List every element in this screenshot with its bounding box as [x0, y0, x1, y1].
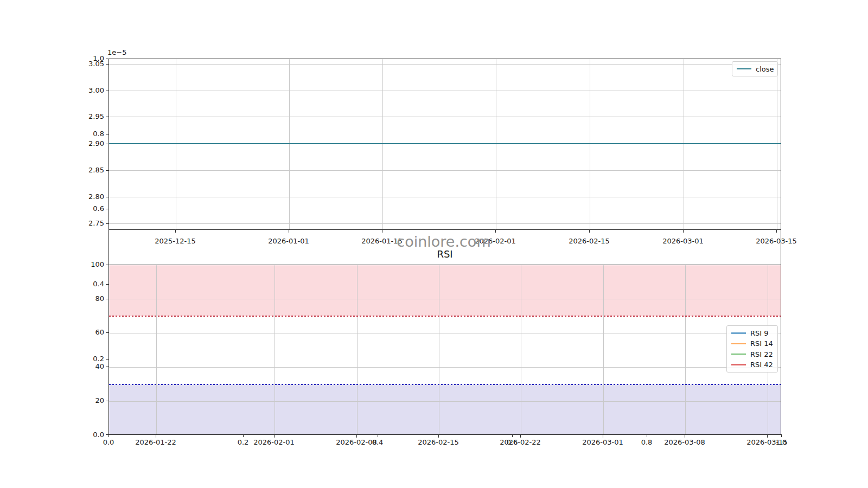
rsi-vgrid: [156, 265, 157, 434]
legend-row-rsi-42: RSI 42: [731, 359, 773, 370]
rsi42-legend-label: RSI 42: [750, 361, 773, 369]
price-y-label: 2.85: [0, 166, 104, 175]
rsi-axes: [108, 265, 781, 435]
rsi-hgrid: [109, 299, 781, 299]
price-y-label: 3.05: [0, 60, 104, 68]
rsi-oversold-band: [109, 384, 781, 434]
rsi-x-tick: [438, 435, 439, 438]
rsi-x-label: 2026-02-08: [336, 438, 377, 447]
price-y-tick: [106, 144, 108, 144]
price-vgrid: [590, 59, 590, 229]
rsi-y-label: 20: [0, 396, 104, 405]
rsi-x-label: 2026-03-08: [664, 438, 705, 447]
rsi-vgrid: [275, 265, 275, 434]
price-y-tick: [106, 64, 108, 65]
price-hgrid: [109, 197, 781, 197]
price-x-label: 2026-03-01: [662, 237, 704, 246]
price-y-tick: [106, 117, 108, 117]
rsi-title: RSI: [437, 248, 452, 260]
rsi-x-tick: [274, 435, 275, 438]
rsi-x-label: 2026-01-22: [135, 438, 176, 447]
rsi-legend: RSI 9 RSI 14 RSI 22 RSI 42: [726, 325, 778, 373]
price-vgrid: [496, 59, 496, 229]
price-x-tick: [683, 230, 684, 233]
price-x-tick: [175, 230, 176, 233]
rsi-overbought-line: [109, 316, 781, 317]
rsi-overbought-band: [109, 265, 781, 316]
price-x-label: 2026-02-15: [569, 237, 610, 246]
price-x-label: 2025-12-15: [155, 237, 196, 246]
y-axis-offset-label: 1e−5: [107, 48, 126, 57]
price-vgrid: [176, 59, 176, 229]
overlay-x-label: 0.8: [641, 438, 653, 447]
rsi9-legend-line-icon: [731, 332, 746, 334]
rsi-x-label: 2026-02-01: [253, 438, 295, 447]
price-hgrid: [109, 170, 781, 171]
rsi-y-tick: [106, 434, 108, 435]
close-legend-line-icon: [737, 68, 751, 70]
rsi-hgrid: [109, 401, 781, 402]
price-x-label: 2026-03-15: [756, 237, 797, 246]
price-x-tick: [289, 230, 289, 233]
price-hgrid: [109, 117, 781, 117]
price-y-tick: [106, 91, 108, 91]
overlay-x-label: 0.0: [103, 438, 114, 447]
overlay-y-label: 0.6: [0, 204, 104, 213]
chart-figure: 1.0 0.8 0.6 0.4 0.2 0.0 0.2 0.4 0.6 0.8 …: [0, 0, 868, 488]
rsi-oversold-line: [109, 384, 781, 385]
rsi22-legend-label: RSI 22: [750, 350, 773, 358]
price-vgrid: [289, 59, 290, 229]
price-legend: close: [732, 61, 778, 76]
rsi-y-tick: [106, 367, 108, 367]
close-legend-label: close: [756, 65, 774, 73]
rsi-x-tick: [356, 435, 357, 438]
price-hgrid: [109, 91, 781, 91]
rsi-x-tick: [156, 435, 156, 438]
price-y-label: 2.95: [0, 112, 104, 121]
rsi-vgrid: [521, 265, 521, 434]
price-hgrid: [109, 223, 781, 224]
rsi-x-tick: [603, 435, 603, 438]
price-y-label: 3.00: [0, 86, 104, 95]
price-y-tick: [106, 223, 108, 224]
legend-row-rsi-14: RSI 14: [731, 338, 773, 349]
rsi-x-tick: [520, 435, 521, 438]
rsi-y-tick: [106, 332, 108, 333]
legend-row-rsi-22: RSI 22: [731, 349, 773, 359]
rsi9-legend-label: RSI 9: [750, 329, 769, 337]
price-y-label: 2.90: [0, 139, 104, 148]
price-y-tick: [106, 197, 108, 197]
watermark: coinlore.com: [397, 233, 490, 250]
close-series-line: [109, 143, 781, 144]
rsi-x-tick: [767, 435, 768, 438]
price-y-label: 2.80: [0, 192, 104, 201]
rsi-x-label: 2026-02-22: [500, 438, 541, 447]
rsi-y-tick: [106, 401, 108, 401]
overlay-y-label: 0.4: [0, 280, 104, 288]
rsi-y-label: 0.0: [0, 431, 104, 439]
price-x-tick: [776, 230, 777, 233]
rsi14-legend-label: RSI 14: [750, 339, 773, 348]
rsi-y-label: 60: [0, 328, 104, 337]
rsi-x-label: 2026-03-15: [746, 438, 788, 447]
rsi-vgrid: [357, 265, 358, 434]
price-hgrid: [109, 64, 781, 65]
rsi-x-tick: [685, 435, 685, 438]
price-axes: [108, 59, 781, 230]
price-x-label: 2026-01-01: [268, 237, 309, 246]
rsi-hgrid: [109, 367, 781, 368]
price-vgrid: [777, 59, 777, 229]
price-x-tick: [589, 230, 590, 233]
rsi22-legend-line-icon: [731, 354, 746, 355]
price-x-tick: [382, 230, 382, 233]
legend-row-close: close: [737, 64, 773, 74]
rsi-y-label: 100: [0, 260, 104, 269]
rsi-x-label: 2026-03-01: [582, 438, 623, 447]
rsi-vgrid: [439, 265, 439, 434]
rsi42-legend-line-icon: [731, 364, 746, 365]
rsi-hgrid: [109, 333, 781, 333]
overlay-x-tick: [781, 434, 782, 437]
price-vgrid: [382, 59, 383, 229]
rsi-vgrid: [603, 265, 604, 434]
overlay-y-label: 0.8: [0, 130, 104, 138]
